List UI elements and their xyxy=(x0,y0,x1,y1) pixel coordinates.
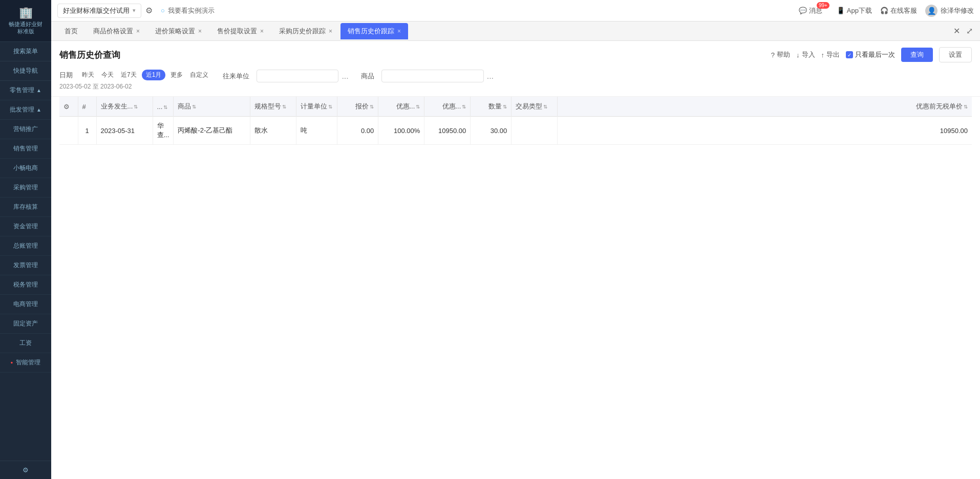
source-input[interactable] xyxy=(257,70,338,82)
sidebar-item-salary[interactable]: 工资 xyxy=(0,334,51,353)
sidebar-item-wholesale[interactable]: 批发管理 ▲ xyxy=(0,100,51,120)
sidebar-nav-item[interactable]: 快捷导航 xyxy=(0,61,51,81)
sidebar-item-ledger[interactable]: 总账管理 xyxy=(0,236,51,256)
close-icon[interactable]: × xyxy=(397,28,401,35)
sidebar-item-purchase[interactable]: 采购管理 xyxy=(0,178,51,198)
sidebar-item-ecom-small[interactable]: 小畅电商 xyxy=(0,159,51,178)
inventory-label: 库存核算 xyxy=(13,203,38,211)
tab-extract[interactable]: 售价提取设置 × xyxy=(210,23,271,39)
tab-sales-hist-label: 销售历史价跟踪 xyxy=(348,27,394,36)
tab-home[interactable]: 首页 xyxy=(57,23,85,39)
date-last7-btn[interactable]: 近7天 xyxy=(119,70,139,80)
app-download-button[interactable]: 📱 App下载 xyxy=(837,6,872,15)
sidebar-item-finance[interactable]: 资金管理 xyxy=(0,217,51,236)
close-icon[interactable]: × xyxy=(329,28,332,35)
sort-icon: ⇅ xyxy=(503,104,507,110)
col-qty[interactable]: 数量⇅ xyxy=(471,97,512,117)
edition-selector[interactable]: 好业财标准版交付试用 ▾ xyxy=(57,4,141,18)
cell-gear xyxy=(59,117,78,145)
col-notax[interactable]: 优惠前无税单价⇅ xyxy=(558,97,972,117)
sidebar-settings-button[interactable]: ⚙ xyxy=(0,461,51,479)
help-button[interactable]: ? 帮助 xyxy=(771,50,790,59)
col-disc2[interactable]: 优惠...⇅ xyxy=(424,97,471,117)
sort-icon: ⇅ xyxy=(964,104,968,110)
export-label: 导出 xyxy=(826,50,840,59)
export-button[interactable]: ↑ 导出 xyxy=(821,50,840,59)
sidebar-item-ecom[interactable]: 电商管理 xyxy=(0,295,51,314)
user-menu-button[interactable]: 👤 徐泽华修改 xyxy=(925,5,974,17)
sidebar-item-invoice[interactable]: 发票管理 xyxy=(0,256,51,275)
close-icon[interactable]: × xyxy=(136,28,140,35)
col-unit[interactable]: 计量单位⇅ xyxy=(296,97,337,117)
message-button[interactable]: 💬 99+ 消息 xyxy=(799,6,828,15)
query-button[interactable]: 查询 xyxy=(901,48,933,62)
table-row[interactable]: 1 2023-05-31 华查... 丙烯酸-2-乙基己酯 散水 吨 0.00 … xyxy=(59,117,972,145)
import-button[interactable]: ↓ 导入 xyxy=(796,50,815,59)
gear-icon[interactable]: ⚙ xyxy=(63,103,70,111)
col-spec[interactable]: 规格型号⇅ xyxy=(250,97,296,117)
settings-icon[interactable]: ⚙ xyxy=(145,6,153,15)
tab-purchase-hist[interactable]: 采购历史价跟踪 × xyxy=(272,23,339,39)
date-more-btn[interactable]: 更多 xyxy=(168,70,185,80)
sidebar-item-assets[interactable]: 固定资产 xyxy=(0,314,51,334)
sort-icon: ⇅ xyxy=(370,104,374,110)
cell-txtype xyxy=(512,117,558,145)
col-gear[interactable]: ⚙ xyxy=(59,97,78,117)
tab-extract-label: 售价提取设置 xyxy=(217,27,257,36)
sort-icon: ⇅ xyxy=(163,104,167,110)
close-window-button[interactable]: ✕ xyxy=(952,25,961,37)
demo-button[interactable]: ○ 我要看实例演示 xyxy=(161,6,215,15)
cell-notax: 10950.00 xyxy=(558,117,972,145)
sidebar-item-retail[interactable]: 零售管理 ▲ xyxy=(0,81,51,100)
goods-dots-button[interactable]: ... xyxy=(487,72,494,81)
marketing-label: 营销推广 xyxy=(13,125,38,134)
tab-strategy[interactable]: 进价策略设置 × xyxy=(148,23,209,39)
col-txtype[interactable]: 交易类型⇅ xyxy=(512,97,558,117)
sidebar-item-smart[interactable]: ● 智能管理 xyxy=(0,353,51,373)
filter-area: 日期 昨天 今天 近7天 近1月 更多 自定义 2023-05-02 至 202… xyxy=(51,67,980,97)
cell-disc1: 100.00% xyxy=(378,117,424,145)
maximize-window-button[interactable]: ⤢ xyxy=(965,25,974,37)
date-custom-btn[interactable]: 自定义 xyxy=(188,70,210,80)
tab-price[interactable]: 商品价格设置 × xyxy=(86,23,147,39)
goods-input[interactable] xyxy=(381,70,484,82)
date-yesterday-btn[interactable]: 昨天 xyxy=(80,70,96,80)
sidebar-search-item[interactable]: 搜索菜单 xyxy=(0,42,51,61)
sidebar-item-marketing[interactable]: 营销推广 xyxy=(0,120,51,139)
close-icon[interactable]: × xyxy=(198,28,202,35)
col-biz[interactable]: ...⇅ xyxy=(153,97,174,117)
cell-date: 2023-05-31 xyxy=(96,117,153,145)
export-icon: ↑ xyxy=(821,51,825,59)
sidebar-item-tax[interactable]: 税务管理 xyxy=(0,275,51,295)
cell-price: 0.00 xyxy=(337,117,378,145)
date-last1m-btn[interactable]: 近1月 xyxy=(142,70,166,80)
tab-sales-hist[interactable]: 销售历史价跟踪 × xyxy=(340,23,408,39)
topbar: 好业财标准版交付试用 ▾ ⚙ ○ 我要看实例演示 💬 99+ 消息 📱 App下… xyxy=(51,0,980,21)
logo-icon: 🏢 xyxy=(19,6,33,19)
only-last-checkbox[interactable]: ✓ 只看最后一次 xyxy=(846,50,895,59)
sidebar-item-inventory[interactable]: 库存核算 xyxy=(0,198,51,217)
col-date[interactable]: 业务发生...⇅ xyxy=(96,97,153,117)
col-price[interactable]: 报价⇅ xyxy=(337,97,378,117)
avatar: 👤 xyxy=(925,5,938,17)
col-goods[interactable]: 商品⇅ xyxy=(174,97,250,117)
settings-button[interactable]: 设置 xyxy=(939,47,972,62)
sort-icon: ⇅ xyxy=(282,104,286,110)
tax-label: 税务管理 xyxy=(13,280,38,289)
online-service-button[interactable]: 🎧 在线客服 xyxy=(880,6,917,15)
chevron-down-icon: ▾ xyxy=(133,7,136,14)
col-disc1[interactable]: 优惠...⇅ xyxy=(378,97,424,117)
page-title: 销售历史价查询 xyxy=(59,49,120,61)
cell-qty: 30.00 xyxy=(471,117,512,145)
date-filter-label: 日期 xyxy=(59,71,73,80)
help-icon: ? xyxy=(771,51,775,59)
assets-label: 固定资产 xyxy=(13,319,38,328)
close-icon[interactable]: × xyxy=(260,28,264,35)
ecom-label: 电商管理 xyxy=(13,300,38,309)
service-label: 在线客服 xyxy=(890,6,917,15)
sidebar-item-sales[interactable]: 销售管理 xyxy=(0,139,51,159)
source-dots-button[interactable]: ... xyxy=(342,72,348,81)
smart-label: 智能管理 xyxy=(16,358,40,367)
cell-disc2: 10950.00 xyxy=(424,117,471,145)
date-today-btn[interactable]: 今天 xyxy=(99,70,116,80)
